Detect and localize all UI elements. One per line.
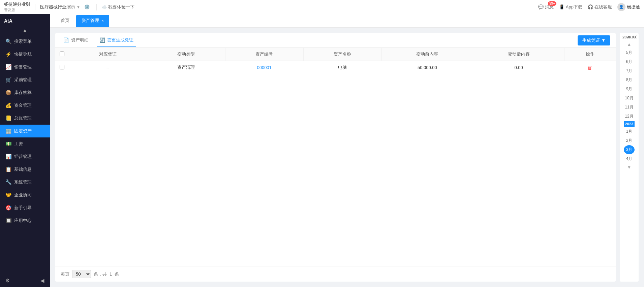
basic-info-icon: 📋 <box>5 166 11 172</box>
calendar-month-1月[interactable]: 1月 <box>624 127 635 136</box>
calendar-month-7月[interactable]: 7月 <box>623 66 635 75</box>
tab-home[interactable]: 首页 <box>55 15 75 27</box>
calendar-scroll-up-button[interactable]: ▲ <box>620 40 639 48</box>
sidebar-item-fixed-assets[interactable]: 🏢固定资产 <box>0 125 50 137</box>
sub-tab-asset-detail[interactable]: 📄 资产明细 <box>61 34 91 47</box>
asset-detail-icon: 📄 <box>63 37 69 43</box>
card-panel: 📄 资产明细 🔄 变更生成凭证 生成凭证 ▼ <box>55 33 616 282</box>
sub-tab-asset-detail-label: 资产明细 <box>71 37 89 43</box>
sidebar-item-label: 销售管理 <box>14 64 32 70</box>
table-row: -- 资产清理 000001 电脑 50,000.00 0.00 🗑 <box>55 61 616 74</box>
table-wrapper: 对应凭证 变动类型 资产编号 资产名称 变动前内容 变动后内容 操作 <box>55 48 616 266</box>
sidebar-bottom: ⚙ ◀ <box>0 274 50 287</box>
calendar-months-after: 1月2月3月4月 <box>624 127 635 163</box>
quick-nav-icon: ⚡ <box>5 51 11 57</box>
avatar-icon: 👤 <box>619 5 624 9</box>
row-checkbox[interactable] <box>60 65 64 69</box>
sidebar-item-quick-nav[interactable]: ⚡快捷导航 <box>0 48 50 61</box>
sidebar-item-funds[interactable]: 💰资金管理 <box>0 99 50 112</box>
sub-tab-change-voucher-label: 变更生成凭证 <box>107 37 133 43</box>
sub-tabs: 📄 资产明细 🔄 变更生成凭证 生成凭证 ▼ <box>55 33 616 48</box>
per-page-select[interactable]: 102050100 <box>72 270 91 278</box>
table-header-row: 对应凭证 变动类型 资产编号 资产名称 变动前内容 变动后内容 操作 <box>55 48 616 61</box>
sidebar-item-salary[interactable]: 💵工资 <box>0 137 50 150</box>
experience-label: 我要体验一下 <box>108 4 134 10</box>
calendar-month-11月[interactable]: 11月 <box>623 103 635 112</box>
row-after-change: 0.00 <box>473 61 564 74</box>
experience-icon: ☁️ <box>101 4 107 9</box>
guide-icon: 🎯 <box>5 205 11 211</box>
tab-asset-mgmt[interactable]: 资产管理 × <box>76 15 109 27</box>
username-label: 畅捷通 <box>627 4 640 10</box>
experience-button[interactable]: ☁️ 我要体验一下 <box>101 4 134 10</box>
calendar-month-4月[interactable]: 4月 <box>624 154 635 163</box>
app-download-button[interactable]: 📱 App下载 <box>559 4 582 10</box>
message-button[interactable]: 💬 消息 99+ <box>538 4 554 10</box>
calendar-months-before: 5月6月7月8月9月10月11月12月 <box>623 48 635 121</box>
collapse-icon[interactable]: ◀ <box>40 278 44 284</box>
select-all-checkbox[interactable] <box>60 52 64 56</box>
calendar-scroll-down-button[interactable]: ▼ <box>620 163 639 171</box>
workspace-selector[interactable]: 医疗器械行业演示 ▼ <box>40 4 80 10</box>
table-body: -- 资产清理 000001 电脑 50,000.00 0.00 🗑 <box>55 61 616 74</box>
app-center-icon: 🔲 <box>5 218 11 224</box>
corp-collab-icon: 🤝 <box>5 192 11 198</box>
pagination-total-suffix: 条 <box>115 271 119 277</box>
sidebar-scroll-up-button[interactable]: ▲ <box>0 26 50 35</box>
generate-voucher-arrow-icon: ▼ <box>601 38 606 43</box>
calendar-month-5月[interactable]: 5月 <box>623 48 635 57</box>
sidebar-item-label: 库存核算 <box>14 90 32 96</box>
calendar-month-3月[interactable]: 3月 <box>624 145 635 154</box>
sidebar-item-sales[interactable]: 📈销售管理 <box>0 61 50 73</box>
tab-close-icon[interactable]: × <box>102 19 104 23</box>
calendar-month-6月[interactable]: 6月 <box>623 57 635 66</box>
sidebar-item-inventory[interactable]: 📦库存核算 <box>0 86 50 99</box>
workspace-settings-button[interactable]: ⚙️ <box>82 2 92 12</box>
asset-table: 对应凭证 变动类型 资产编号 资产名称 变动前内容 变动后内容 操作 <box>55 48 616 74</box>
calendar-close-icon[interactable]: ✕ <box>627 34 631 40</box>
calendar-month-12月[interactable]: 12月 <box>623 112 635 121</box>
sidebar-item-guide[interactable]: 🎯新手引导 <box>0 201 50 214</box>
calendar-expand-icon[interactable]: ⛶ <box>633 34 637 40</box>
sidebar-item-operations[interactable]: 📊经营管理 <box>0 150 50 163</box>
sidebar-item-label: 企业协同 <box>14 192 32 198</box>
sidebar-item-purchase[interactable]: 🛒采购管理 <box>0 73 50 86</box>
sidebar-item-label: 快捷导航 <box>14 51 32 57</box>
online-service-button[interactable]: 🎧 在线客服 <box>588 4 612 10</box>
tab-home-label: 首页 <box>61 18 69 23</box>
sidebar-item-search[interactable]: 🔍搜索菜单 <box>0 35 50 48</box>
calendar-month-10月[interactable]: 10月 <box>623 94 635 103</box>
row-change-type: 资产清理 <box>147 61 225 74</box>
calendar-month-8月[interactable]: 8月 <box>623 75 635 85</box>
ledger-icon: 📒 <box>5 115 11 121</box>
user-menu[interactable]: 👤 畅捷通 <box>617 3 640 11</box>
sidebar-item-label: 经营管理 <box>14 154 32 160</box>
settings-icon[interactable]: ⚙ <box>5 278 10 284</box>
online-service-label: 在线客服 <box>594 4 612 10</box>
sidebar-item-ledger[interactable]: 📒总账管理 <box>0 112 50 125</box>
generate-voucher-button[interactable]: 生成凭证 ▼ <box>578 35 610 45</box>
sidebar-item-corp-collab[interactable]: 🤝企业协同 <box>0 189 50 201</box>
calendar-month-9月[interactable]: 9月 <box>623 85 635 94</box>
sidebar-item-label: 新手引导 <box>14 205 32 211</box>
row-before-change: 50,000.00 <box>381 61 473 74</box>
sub-tab-change-voucher[interactable]: 🔄 变更生成凭证 <box>97 34 136 47</box>
delete-row-button[interactable]: 🗑 <box>587 65 592 70</box>
sidebar-item-basic-info[interactable]: 📋基础信息 <box>0 163 50 176</box>
app-download-icon: 📱 <box>559 4 564 9</box>
calendar-year-marker: 2023 <box>624 121 635 127</box>
pagination-total-count: 1 <box>110 272 112 277</box>
sidebar-item-system[interactable]: 🔧系统管理 <box>0 176 50 189</box>
row-voucher: -- <box>69 61 147 74</box>
sidebar-item-label: 应用中心 <box>14 218 32 224</box>
calendar-month-2月[interactable]: 2月 <box>624 136 635 145</box>
th-after-change: 变动后内容 <box>473 48 564 61</box>
workspace-name: 医疗器械行业演示 <box>40 4 75 10</box>
th-asset-no: 资产编号 <box>225 48 303 61</box>
sidebar-item-app-center[interactable]: 🔲应用中心 <box>0 214 50 227</box>
th-before-change: 变动前内容 <box>381 48 473 61</box>
avatar: 👤 <box>617 3 625 11</box>
calendar-year-marker-label: 2023 <box>624 121 635 127</box>
sidebar-logo: AtA <box>0 14 50 26</box>
logo-area: 畅捷通好业财 普及版 <box>4 1 30 12</box>
